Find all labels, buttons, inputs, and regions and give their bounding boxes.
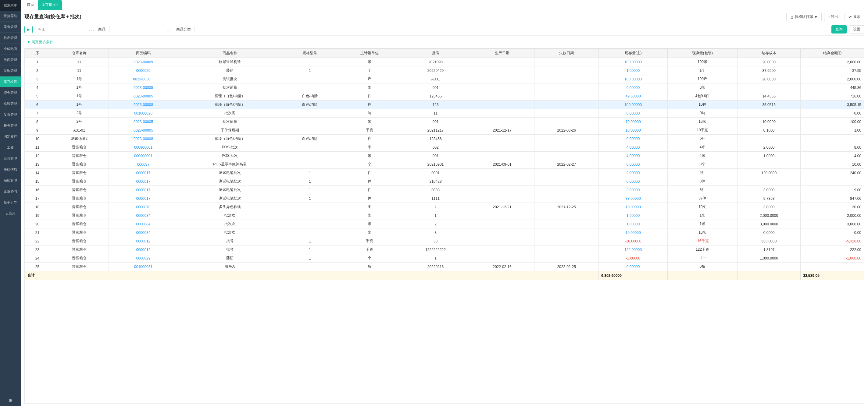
cell-unit-cost: 37.9500	[737, 66, 801, 75]
tab-inventory-batch[interactable]: 库存批次×	[38, 0, 62, 10]
cell-unit-cost	[737, 160, 801, 169]
cell-qty-main: 100.00000	[599, 75, 668, 83]
export-button[interactable]: ↑ 导出	[824, 13, 842, 21]
cell-name: POS 批次	[178, 152, 282, 160]
cell-spec: 白色/均情	[282, 101, 338, 109]
cell-total	[801, 263, 864, 271]
table-row: 6 1号 0023-00008 富臻（白色/均情） 白色/均情 件 123 10…	[25, 101, 864, 109]
cell-total: 10.00	[801, 160, 864, 169]
cell-no: 17	[25, 194, 50, 203]
cell-warehouse: 晋富粮仓	[50, 245, 108, 254]
expand-conditions-btn[interactable]: ▼ 展开更多条件	[24, 39, 56, 46]
sidebar-item-system[interactable]: 系统管理	[0, 175, 21, 186]
cell-code: 0023-00005	[108, 92, 178, 101]
sidebar-item-invoice[interactable]: 发票管理	[0, 109, 21, 120]
cell-qty-main: 100.00000	[599, 101, 668, 109]
cell-prod-date	[470, 101, 534, 109]
sidebar-item-retail[interactable]: 零售管理	[0, 22, 21, 33]
cell-unit: 斤	[338, 75, 401, 83]
cell-no: 3	[25, 75, 50, 83]
cell-no: 20	[25, 220, 50, 229]
cell-warehouse: 晋富粮仓	[50, 177, 108, 186]
cell-name: 测试电笔批次	[178, 194, 282, 203]
settings-icon[interactable]: ⚙	[0, 395, 21, 406]
cell-name: 鲜鱼A	[178, 263, 282, 271]
category-label: 商品分类	[175, 27, 192, 32]
sidebar-item-ecommerce[interactable]: 电商管理	[0, 55, 21, 66]
cell-batch: 3	[401, 229, 470, 237]
filter-settings-button[interactable]: 设置	[849, 25, 864, 34]
tab-home[interactable]: 首页	[23, 0, 38, 10]
cell-spec	[282, 211, 338, 220]
cell-qty-pkg: -16千克	[668, 237, 737, 245]
sidebar-item-guide[interactable]: 新手引导	[0, 197, 21, 208]
cell-code: 0000017	[108, 169, 178, 177]
col-qty-main: 现存量(主)	[599, 49, 668, 58]
cell-warehouse: 1号	[50, 92, 108, 101]
cell-unit-cost: 2.0000	[737, 143, 801, 152]
cell-qty-main: 10.00000	[599, 117, 668, 126]
cell-unit: 件	[338, 194, 401, 203]
sidebar-search[interactable]: 搜索菜单	[0, 0, 21, 11]
cell-spec	[282, 75, 338, 83]
cell-unit: 瓶	[338, 263, 401, 271]
sidebar-item-purchase[interactable]: 采购管理	[0, 66, 21, 76]
cell-exp-date	[534, 177, 599, 186]
cell-qty-pkg: 1个	[668, 66, 737, 75]
cell-spec	[282, 160, 338, 169]
table-footer-row: 合计 6,302.60000 32,589.05	[25, 271, 864, 280]
category-select[interactable]	[194, 26, 231, 33]
sidebar-item-management[interactable]: 经营管理	[0, 153, 21, 164]
cell-exp-date	[534, 109, 599, 117]
sidebar-item-payroll[interactable]: 工资	[0, 142, 21, 153]
sidebar-item-cloud[interactable]: 云应用	[0, 208, 21, 219]
cell-code: 0000029	[108, 254, 178, 263]
cell-prod-date	[470, 83, 534, 92]
cell-name: 藤筋	[178, 254, 282, 263]
cell-unit-cost: 2,000.0000	[737, 211, 801, 220]
sidebar: 搜索菜单 快捷导航 零售管理 批发管理 小鲸电商 电商管理 采购管理 库存核算 …	[0, 0, 21, 406]
cell-name: 测试电笔批次	[178, 186, 282, 194]
sidebar-item-tax[interactable]: 税务管理	[0, 120, 21, 131]
sidebar-item-ledger[interactable]: 总账管理	[0, 98, 21, 109]
sidebar-item-fixed-asset[interactable]: 固定资产	[0, 131, 21, 142]
cell-no: 11	[25, 143, 50, 152]
cell-unit-cost: 9.7363	[737, 194, 801, 203]
sidebar-item-wholesale[interactable]: 批发管理	[0, 33, 21, 43]
table-row: 2 11 0000029 藤筋 1 个 20220429 1.00000 1个 …	[25, 66, 864, 75]
sidebar-quick-nav[interactable]: 快捷导航	[0, 11, 21, 22]
print-button[interactable]: 🖨 按模版打印 ▼	[786, 13, 822, 21]
cell-qty-main: 10.00000	[599, 229, 668, 237]
sidebar-item-xiaojing[interactable]: 小鲸电商	[0, 43, 21, 55]
cell-code: 0000084	[108, 220, 178, 229]
sidebar-item-finance[interactable]: 资金管理	[0, 88, 21, 98]
warehouse-input[interactable]	[35, 26, 86, 33]
cell-unit-cost: 333.0000	[737, 237, 801, 245]
table-row: 25 晋富粮仓 001000031 鲜鱼A 瓶 20220216 2022-02…	[25, 263, 864, 271]
col-code: 商品编码	[108, 49, 178, 58]
cell-name: POS 批次	[178, 143, 282, 152]
cell-spec: 1	[282, 177, 338, 186]
cell-exp-date	[534, 169, 599, 177]
filter-arrow-btn[interactable]: ▶	[24, 26, 33, 33]
sidebar-item-inventory[interactable]: 库存核算	[0, 76, 21, 88]
cell-unit-cost: 1,000.0000	[737, 254, 801, 263]
cell-unit-cost: 35.0515	[737, 101, 801, 109]
cell-unit-cost: 3.0000	[737, 203, 801, 211]
cell-batch: 1222222222	[401, 245, 470, 254]
toggle-button[interactable]: 👁 显示	[844, 13, 864, 21]
sidebar-item-collab[interactable]: 企业协同	[0, 186, 21, 197]
cell-unit: 件	[338, 169, 401, 177]
cell-spec	[282, 229, 338, 237]
cell-name: 测试批次	[178, 75, 282, 83]
cell-unit: 米	[338, 220, 401, 229]
cell-no: 1	[25, 58, 50, 66]
cell-no: 14	[25, 169, 50, 177]
sidebar-item-basic[interactable]: 基础信息	[0, 164, 21, 175]
product-input[interactable]	[109, 26, 164, 33]
col-exp-date: 失效日期	[534, 49, 599, 58]
cell-prod-date: 2022-02-16	[470, 263, 534, 271]
cell-spec	[282, 220, 338, 229]
query-button[interactable]: 查询	[831, 25, 847, 34]
table-container: 序 仓库名称 商品编码 商品名称 规格型号 主计量单位 批号 生产日期 失效日期…	[24, 48, 864, 404]
